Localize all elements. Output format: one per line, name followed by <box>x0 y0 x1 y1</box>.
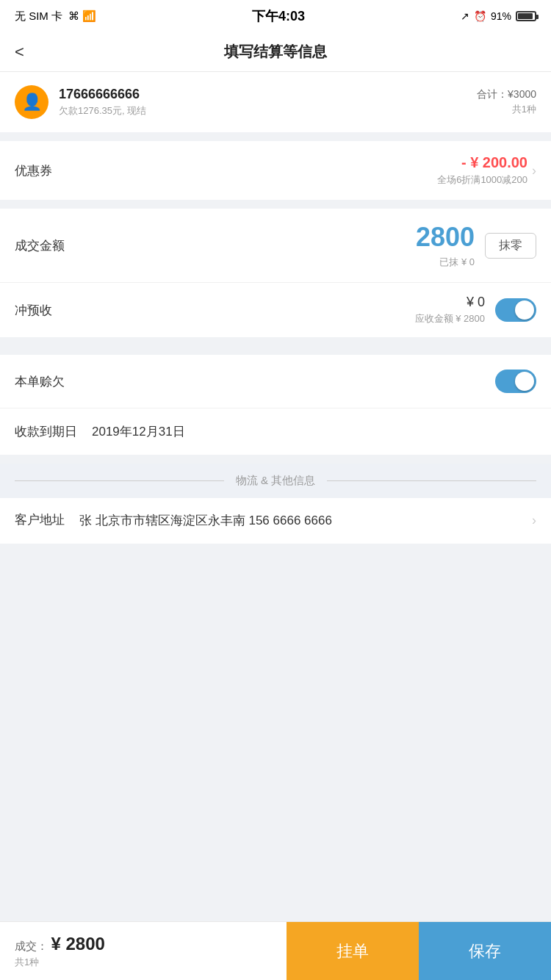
carrier-text: 无 SIM 卡 <box>15 10 62 24</box>
due-date-label: 收款到期日 <box>15 423 77 440</box>
save-button[interactable]: 保存 <box>419 922 551 981</box>
debt-row: 本单赊欠 <box>0 355 551 408</box>
logistics-line-right <box>327 480 536 481</box>
divider-1 <box>0 346 551 355</box>
charge-sub: 应收金额 ¥ 2800 <box>415 312 485 325</box>
round-button[interactable]: 抹零 <box>485 233 536 259</box>
coupon-right: - ¥ 200.00 全场6折满1000减200 › <box>437 154 536 187</box>
status-left: 无 SIM 卡 ⌘ 📶 <box>15 10 96 24</box>
bottom-bar: 成交： ¥ 2800 共1种 挂单 保存 <box>0 921 551 980</box>
due-date-row: 收款到期日 2019年12月31日 <box>0 408 551 455</box>
coupon-chevron-icon: › <box>532 163 536 179</box>
charge-label: 冲预收 <box>15 302 52 319</box>
charge-right: ¥ 0 应收金额 ¥ 2800 <box>415 295 536 325</box>
total-count: 共1种 <box>477 103 536 116</box>
bottom-deal-label: 成交： <box>15 940 48 952</box>
toggle-knob <box>515 300 534 320</box>
customer-left: 👤 17666666666 欠款1276.35元, 现结 <box>15 85 146 119</box>
total-label: 合计：¥3000 <box>477 88 536 101</box>
alarm-icon: ⏰ <box>474 10 486 22</box>
battery-percent: 91% <box>491 10 511 22</box>
customer-info: 17666666666 欠款1276.35元, 现结 <box>59 87 146 118</box>
address-label: 客户地址 <box>15 511 65 528</box>
deal-amount-sub: 已抹 ¥ 0 <box>416 256 475 269</box>
address-row[interactable]: 客户地址 张 北京市市辖区海淀区永丰南 156 6666 6666 › <box>0 498 551 544</box>
back-button[interactable]: < <box>15 43 24 62</box>
deal-amount-right: 2800 已抹 ¥ 0 抹零 <box>416 222 536 269</box>
coupon-label: 优惠券 <box>15 162 52 179</box>
deal-amount-row: 成交金额 2800 已抹 ¥ 0 抹零 <box>0 209 551 283</box>
debt-label: 本单赊欠 <box>15 373 65 390</box>
main-content: 👤 17666666666 欠款1276.35元, 现结 合计：¥3000 共1… <box>0 72 551 691</box>
customer-right: 合计：¥3000 共1种 <box>477 88 536 116</box>
avatar-icon: 👤 <box>22 93 42 112</box>
coupon-row[interactable]: 优惠券 - ¥ 200.00 全场6折满1000减200 › <box>0 141 551 200</box>
bottom-summary: 成交： ¥ 2800 共1种 <box>0 934 287 969</box>
charge-advance-row: 冲预收 ¥ 0 应收金额 ¥ 2800 <box>0 283 551 337</box>
battery-icon <box>516 11 536 21</box>
deal-amount-label: 成交金额 <box>15 237 65 254</box>
debt-card: 本单赊欠 收款到期日 2019年12月31日 <box>0 355 551 455</box>
debt-toggle[interactable] <box>495 370 536 393</box>
debt-toggle-knob <box>515 372 534 391</box>
empty-space <box>0 544 551 691</box>
logistics-header: 物流 & 其他信息 <box>0 464 551 498</box>
wifi-icon: ⌘ 📶 <box>68 10 96 23</box>
deal-amount-value: 2800 <box>416 222 475 253</box>
amount-section: 成交金额 2800 已抹 ¥ 0 抹零 冲预收 ¥ 0 应收金额 ¥ 2800 <box>0 209 551 337</box>
logistics-line-left <box>15 480 224 481</box>
coupon-desc: 全场6折满1000减200 <box>437 173 527 187</box>
page-title: 填写结算等信息 <box>224 42 327 62</box>
address-chevron-icon: › <box>532 513 536 528</box>
status-right: ↗ ⏰ 91% <box>461 10 536 22</box>
nav-bar: < 填写结算等信息 <box>0 32 551 72</box>
charge-advance-toggle[interactable] <box>495 298 536 322</box>
bottom-deal-row: 成交： ¥ 2800 <box>15 934 272 954</box>
status-time: 下午4:03 <box>252 7 305 25</box>
coupon-card: 优惠券 - ¥ 200.00 全场6折满1000减200 › <box>0 141 551 200</box>
customer-debt: 欠款1276.35元, 现结 <box>59 104 146 118</box>
bottom-deal-amount: ¥ 2800 <box>51 934 104 954</box>
bottom-count: 共1种 <box>15 956 272 969</box>
location-icon: ↗ <box>461 10 469 22</box>
status-bar: 无 SIM 卡 ⌘ 📶 下午4:03 ↗ ⏰ 91% <box>0 0 551 32</box>
due-date-value: 2019年12月31日 <box>92 423 185 440</box>
charge-info: ¥ 0 应收金额 ¥ 2800 <box>415 295 485 325</box>
customer-row: 👤 17666666666 欠款1276.35元, 现结 合计：¥3000 共1… <box>0 72 551 132</box>
charge-amount: ¥ 0 <box>415 295 485 310</box>
address-value: 张 北京市市辖区海淀区永丰南 156 6666 6666 <box>79 511 527 530</box>
avatar: 👤 <box>15 85 48 119</box>
customer-phone: 17666666666 <box>59 87 146 102</box>
logistics-title: 物流 & 其他信息 <box>236 474 315 488</box>
pending-button[interactable]: 挂单 <box>287 922 419 981</box>
coupon-amount: - ¥ 200.00 <box>437 154 527 171</box>
